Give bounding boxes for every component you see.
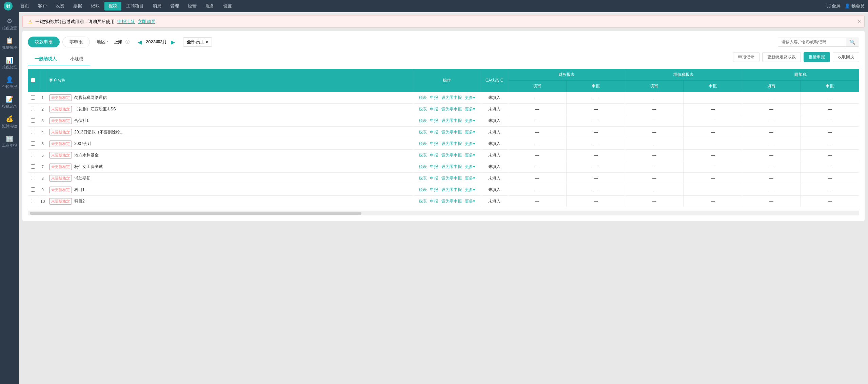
- row-checkbox[interactable]: [28, 115, 38, 127]
- nav-invoice[interactable]: 票据: [69, 2, 86, 10]
- op-zero-declare[interactable]: 设为零申报: [441, 153, 462, 157]
- banner-link1[interactable]: 申报汇签: [117, 19, 135, 25]
- row-tax-submit: —: [684, 150, 742, 161]
- op-more[interactable]: 更多▾: [465, 141, 475, 146]
- staff-select[interactable]: 全部员工 ▾: [183, 37, 212, 47]
- op-declare[interactable]: 申报: [430, 153, 438, 157]
- op-declare[interactable]: 申报: [430, 187, 438, 192]
- date-next-button[interactable]: ▶: [169, 38, 177, 46]
- row-financial-fill: —: [508, 115, 567, 127]
- sidebar-item-personal-tax[interactable]: 👤 个税申报: [0, 73, 19, 92]
- update-stats-button[interactable]: 更新统定及取数: [762, 52, 801, 62]
- logo: 财: [3, 1, 13, 11]
- op-zero-declare[interactable]: 设为零申报: [441, 107, 462, 111]
- row-checkbox[interactable]: [28, 104, 38, 115]
- op-declare[interactable]: 申报: [430, 107, 438, 111]
- row-checkbox[interactable]: [28, 173, 38, 184]
- search-box: 🔍: [778, 38, 859, 47]
- tab-general-taxpayer[interactable]: 一般纳税人: [28, 53, 63, 65]
- banner-close-button[interactable]: ×: [858, 19, 861, 25]
- op-zero-declare[interactable]: 设为零申报: [441, 176, 462, 180]
- sidebar-item-settlement[interactable]: 💰 汇算清缴: [0, 113, 19, 131]
- sidebar-item-tax-settings[interactable]: ⚙ 报税设置: [0, 15, 19, 33]
- op-tax-table[interactable]: 税表: [419, 187, 427, 192]
- nav-tax[interactable]: 报税: [104, 2, 121, 10]
- op-more[interactable]: 更多▾: [465, 107, 475, 111]
- op-more[interactable]: 更多▾: [465, 153, 475, 157]
- op-tax-table[interactable]: 税表: [419, 176, 427, 180]
- op-more[interactable]: 更多▾: [465, 130, 475, 134]
- banner-link2[interactable]: 立即购买: [138, 19, 155, 25]
- op-declare[interactable]: 申报: [430, 176, 438, 180]
- row-checkbox[interactable]: [28, 161, 38, 173]
- nav-billing[interactable]: 收费: [52, 2, 68, 10]
- op-tax-table[interactable]: 税表: [419, 199, 427, 204]
- row-checkbox[interactable]: [28, 150, 38, 161]
- horizontal-scrollbar[interactable]: [28, 211, 859, 215]
- nav-bookkeeping[interactable]: 记账: [87, 2, 104, 10]
- op-zero-declare[interactable]: 设为零申报: [441, 118, 462, 123]
- op-zero-declare[interactable]: 设为零申报: [441, 141, 462, 146]
- op-zero-declare[interactable]: 设为零申报: [441, 95, 462, 100]
- row-checkbox[interactable]: [28, 92, 38, 104]
- op-declare[interactable]: 申报: [430, 130, 438, 134]
- op-zero-declare[interactable]: 设为零申报: [441, 130, 462, 134]
- nav-message[interactable]: 消息: [149, 2, 165, 10]
- th-financial-report: 财务报表: [508, 69, 625, 81]
- tab-zero-declaration[interactable]: 零申报: [62, 37, 90, 47]
- nav-operations[interactable]: 经营: [184, 2, 201, 10]
- tab-tax-declaration[interactable]: 税款申报: [28, 37, 60, 47]
- op-tax-table[interactable]: 税表: [419, 164, 427, 169]
- op-more[interactable]: 更多▾: [465, 176, 475, 180]
- op-zero-declare[interactable]: 设为零申报: [441, 199, 462, 204]
- op-more[interactable]: 更多▾: [465, 95, 475, 100]
- nav-client[interactable]: 客户: [34, 2, 51, 10]
- declaration-record-button[interactable]: 申报记录: [733, 52, 760, 62]
- op-declare[interactable]: 申报: [430, 141, 438, 146]
- op-tax-table[interactable]: 税表: [419, 141, 427, 146]
- op-declare[interactable]: 申报: [430, 199, 438, 204]
- info-icon[interactable]: ⓘ: [125, 39, 130, 45]
- op-tax-table[interactable]: 税表: [419, 130, 427, 134]
- sidebar-item-annual-report[interactable]: 🏢 工商年报: [0, 132, 19, 151]
- op-more[interactable]: 更多▾: [465, 187, 475, 192]
- op-declare[interactable]: 申报: [430, 95, 438, 100]
- fullscreen-button[interactable]: ⛶ 全屏: [826, 3, 841, 9]
- sidebar-item-tax-overview[interactable]: 📊 报税总览: [0, 54, 19, 72]
- op-declare[interactable]: 申报: [430, 118, 438, 123]
- op-tax-table[interactable]: 税表: [419, 118, 427, 123]
- sidebar-item-tax-record[interactable]: 📝 报税记录: [0, 93, 19, 111]
- nav-manage[interactable]: 管理: [166, 2, 183, 10]
- op-more[interactable]: 更多▾: [465, 164, 475, 169]
- op-declare[interactable]: 申报: [430, 164, 438, 169]
- nav-service[interactable]: 服务: [201, 2, 218, 10]
- row-checkbox[interactable]: [28, 138, 38, 150]
- op-tax-table[interactable]: 税表: [419, 107, 427, 111]
- nav-settings[interactable]: 设置: [219, 2, 236, 10]
- select-all-checkbox[interactable]: [31, 78, 35, 82]
- op-tax-table[interactable]: 税表: [419, 153, 427, 157]
- sidebar-item-batch-tax[interactable]: 📋 批量报税: [0, 35, 19, 53]
- nav-home[interactable]: 首页: [16, 2, 33, 10]
- row-checkbox[interactable]: [28, 196, 38, 207]
- row-checkbox[interactable]: [28, 184, 38, 196]
- op-tax-table[interactable]: 税表: [419, 95, 427, 100]
- row-checkbox[interactable]: [28, 127, 38, 138]
- row-financial-fill: —: [508, 184, 567, 196]
- op-zero-declare[interactable]: 设为零申报: [441, 164, 462, 169]
- op-more[interactable]: 更多▾: [465, 118, 475, 123]
- search-button[interactable]: 🔍: [846, 38, 859, 46]
- batch-declare-button[interactable]: 批量申报: [804, 52, 830, 62]
- tab-small-scale[interactable]: 小规模: [63, 53, 90, 65]
- row-add-submit: —: [801, 173, 859, 184]
- row-financial-submit: —: [567, 150, 625, 161]
- vip-button[interactable]: 👤 畅会员: [845, 3, 865, 9]
- search-input[interactable]: [778, 38, 846, 46]
- collect-receipt-button[interactable]: 收取回执: [833, 52, 859, 62]
- op-zero-declare[interactable]: 设为零申报: [441, 187, 462, 192]
- date-prev-button[interactable]: ◀: [136, 38, 144, 46]
- op-more[interactable]: 更多▾: [465, 199, 475, 204]
- nav-business[interactable]: 工商项目: [122, 2, 148, 10]
- scrollbar-thumb[interactable]: [30, 212, 361, 215]
- row-financial-submit: —: [567, 184, 625, 196]
